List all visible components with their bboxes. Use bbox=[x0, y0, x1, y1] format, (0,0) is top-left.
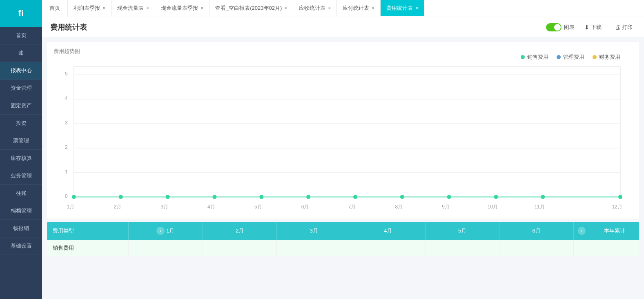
th-m6: 6月 bbox=[499, 222, 574, 240]
th-m1: ‹ 1月 bbox=[129, 222, 203, 240]
svg-text:12月: 12月 bbox=[612, 204, 622, 210]
svg-text:10月: 10月 bbox=[488, 204, 498, 210]
svg-point-20 bbox=[400, 195, 404, 199]
td-type: 销售费用 bbox=[47, 240, 129, 256]
close-tab-blank[interactable]: × bbox=[284, 6, 287, 11]
sidebar: fi 首页 账 报表中心 资金管理 固定资产 投资 票管理 库存核算 业务管理 … bbox=[0, 0, 42, 299]
table-body: 销售费用 bbox=[47, 240, 639, 256]
svg-text:3: 3 bbox=[65, 120, 68, 126]
td-nav-empty bbox=[574, 240, 590, 256]
td-m3 bbox=[277, 240, 351, 256]
page-header: 费用统计表 图表 ⬇ 下载 🖨 打印 bbox=[42, 16, 644, 37]
svg-text:2月: 2月 bbox=[114, 204, 121, 210]
svg-text:2: 2 bbox=[65, 144, 68, 150]
th-type: 费用类型 bbox=[47, 222, 129, 240]
svg-point-23 bbox=[541, 195, 545, 199]
toggle-track[interactable] bbox=[546, 23, 562, 31]
close-tab-cashflow[interactable]: × bbox=[146, 6, 149, 11]
tab-bar: 首页 利润表季报 × 现金流量表 × 现金流量表季报 × 查看_空白报表(202… bbox=[42, 0, 644, 16]
table-row: 销售费用 bbox=[47, 240, 639, 256]
toggle-label: 图表 bbox=[564, 24, 575, 31]
th-m2: 2月 bbox=[203, 222, 277, 240]
sidebar-item-invest[interactable]: 投资 bbox=[0, 115, 42, 132]
svg-rect-12 bbox=[74, 66, 620, 197]
toggle-thumb bbox=[554, 24, 561, 31]
svg-point-18 bbox=[306, 195, 310, 199]
close-tab-payable[interactable]: × bbox=[372, 6, 374, 11]
svg-text:1月: 1月 bbox=[67, 204, 75, 210]
nav-left-arrow[interactable]: ‹ bbox=[156, 227, 165, 235]
svg-point-19 bbox=[353, 195, 357, 199]
td-m1 bbox=[129, 240, 203, 256]
td-m4 bbox=[351, 240, 426, 256]
print-button[interactable]: 🖨 打印 bbox=[611, 22, 636, 33]
sidebar-item-account[interactable]: 账 bbox=[0, 44, 42, 62]
svg-text:3月: 3月 bbox=[160, 204, 168, 210]
svg-text:11月: 11月 bbox=[535, 204, 545, 210]
svg-text:4月: 4月 bbox=[207, 204, 215, 210]
svg-text:8月: 8月 bbox=[395, 204, 403, 210]
page-title: 费用统计表 bbox=[50, 22, 87, 32]
sidebar-item-inventory[interactable]: 库存核算 bbox=[0, 150, 42, 167]
sidebar-item-archives[interactable]: 档档管理 bbox=[0, 202, 42, 220]
sidebar-item-reports[interactable]: 报表中心 bbox=[0, 62, 42, 80]
trend-chart: 5 4 3 2 1 0 bbox=[53, 58, 633, 213]
svg-point-17 bbox=[259, 195, 263, 199]
th-nav: › bbox=[574, 222, 590, 240]
sidebar-item-expense[interactable]: 畅报销 bbox=[0, 220, 42, 237]
nav-right-arrow[interactable]: › bbox=[578, 227, 586, 235]
download-button[interactable]: ⬇ 下载 bbox=[581, 22, 605, 33]
svg-point-24 bbox=[618, 195, 622, 199]
th-m4: 4月 bbox=[351, 222, 426, 240]
tab-receivable[interactable]: 应收统计表 × bbox=[293, 0, 337, 16]
main-area: 首页 利润表季报 × 现金流量表 × 现金流量表季报 × 查看_空白报表(202… bbox=[42, 0, 644, 299]
tab-cashflow[interactable]: 现金流量表 × bbox=[111, 0, 155, 16]
svg-text:4: 4 bbox=[65, 95, 68, 101]
svg-point-21 bbox=[447, 195, 451, 199]
td-total bbox=[590, 240, 639, 256]
svg-text:9月: 9月 bbox=[442, 204, 450, 210]
svg-point-16 bbox=[212, 195, 216, 199]
close-tab-expense-stat[interactable]: × bbox=[415, 6, 418, 11]
tab-payable[interactable]: 应付统计表 × bbox=[337, 0, 381, 16]
svg-text:5: 5 bbox=[65, 71, 68, 77]
th-total: 本年累计 bbox=[590, 222, 639, 240]
sidebar-item-home[interactable]: 首页 bbox=[0, 27, 42, 44]
td-m2 bbox=[203, 240, 277, 256]
td-m6 bbox=[499, 240, 574, 256]
tab-profit[interactable]: 利润表季报 × bbox=[68, 0, 111, 16]
th-m3: 3月 bbox=[277, 222, 351, 240]
sidebar-item-business[interactable]: 业务管理 bbox=[0, 167, 42, 185]
download-icon: ⬇ bbox=[584, 24, 589, 31]
tab-home[interactable]: 首页 bbox=[42, 0, 68, 16]
close-tab-receivable[interactable]: × bbox=[328, 6, 331, 11]
svg-point-15 bbox=[166, 195, 170, 199]
sidebar-logo: fi bbox=[0, 0, 42, 27]
header-actions: 图表 ⬇ 下载 🖨 打印 bbox=[546, 22, 636, 33]
logo-text: fi bbox=[18, 8, 24, 19]
svg-text:0: 0 bbox=[65, 193, 68, 199]
print-icon: 🖨 bbox=[615, 24, 620, 31]
sidebar-item-ledger[interactable]: 往账 bbox=[0, 185, 42, 202]
table-section: 费用类型 ‹ 1月 2月 3月 4月 5月 bbox=[47, 222, 639, 256]
sidebar-item-tickets[interactable]: 票管理 bbox=[0, 132, 42, 150]
content-area: 费用统计表 图表 ⬇ 下载 🖨 打印 bbox=[42, 16, 644, 299]
tab-blank[interactable]: 查看_空白报表(2023年02月) × bbox=[209, 0, 293, 16]
chart-toggle[interactable]: 图表 bbox=[546, 23, 575, 31]
tab-cashflow-q[interactable]: 现金流量表季报 × bbox=[155, 0, 209, 16]
svg-text:6月: 6月 bbox=[301, 204, 309, 210]
chart-svg-container: 5 4 3 2 1 0 bbox=[53, 58, 633, 215]
svg-point-14 bbox=[119, 195, 123, 199]
th-m5: 5月 bbox=[426, 222, 500, 240]
close-tab-profit[interactable]: × bbox=[103, 6, 105, 11]
svg-point-13 bbox=[72, 195, 76, 199]
close-tab-cashflow-q[interactable]: × bbox=[201, 6, 203, 11]
sidebar-item-settings[interactable]: 基础设置 bbox=[0, 237, 42, 255]
chart-section: 费用趋势图 销售费用 管理费用 财务费用 bbox=[47, 42, 639, 219]
sidebar-item-assets[interactable]: 固定资产 bbox=[0, 97, 42, 115]
svg-text:1: 1 bbox=[65, 169, 68, 175]
sidebar-item-funds[interactable]: 资金管理 bbox=[0, 80, 42, 97]
tab-expense-stat[interactable]: 费用统计表 × bbox=[381, 0, 424, 16]
td-m5 bbox=[426, 240, 500, 256]
svg-point-22 bbox=[494, 195, 498, 199]
